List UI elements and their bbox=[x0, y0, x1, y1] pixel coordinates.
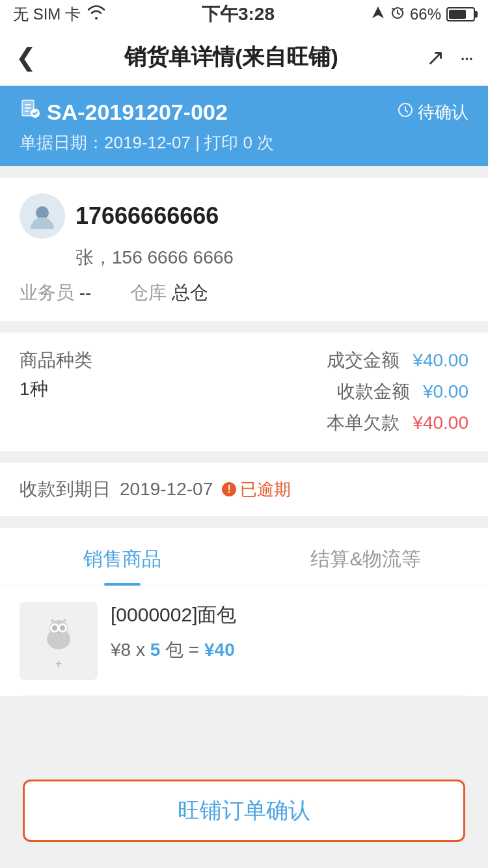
location-icon bbox=[371, 5, 385, 23]
item-type-label: 商品种类 bbox=[20, 348, 92, 373]
clock-icon bbox=[397, 102, 414, 123]
overdue-text: 已逾期 bbox=[240, 478, 291, 501]
tabs-header: 销售商品 结算&物流等 bbox=[0, 528, 488, 586]
summary-right: 成交金额 ¥40.00 收款金额 ¥0.00 本单欠款 ¥40.00 bbox=[327, 348, 468, 435]
product-price: ¥8 x 5 包 = ¥40 bbox=[111, 638, 468, 662]
due-date-label: 收款到期日 bbox=[20, 477, 111, 502]
transaction-label: 成交金额 bbox=[327, 348, 400, 373]
summary-section: 商品种类 1种 成交金额 ¥40.00 收款金额 ¥0.00 本单欠款 ¥40.… bbox=[0, 332, 488, 451]
product-thumbnail: + bbox=[20, 602, 98, 680]
svg-rect-3 bbox=[25, 107, 31, 109]
order-header: SA-20191207-002 待确认 单据日期：2019-12-07 | 打印… bbox=[0, 86, 488, 166]
product-list: + [0000002]面包 ¥8 x 5 包 = ¥40 bbox=[0, 586, 488, 696]
received-value: ¥0.00 bbox=[423, 381, 468, 402]
svg-rect-4 bbox=[25, 111, 29, 112]
item-type-value: 1种 bbox=[20, 377, 92, 401]
share-button[interactable] bbox=[426, 44, 444, 70]
owed-label: 本单欠款 bbox=[327, 411, 400, 435]
order-status: 待确认 bbox=[397, 101, 468, 124]
due-date-value: 2019-12-07 bbox=[120, 479, 213, 500]
warehouse-label: 仓库 总仓 bbox=[130, 280, 208, 305]
logo-plus: + bbox=[55, 657, 62, 671]
confirm-order-button[interactable]: 旺铺订单确认 bbox=[23, 780, 465, 842]
back-button[interactable] bbox=[16, 43, 36, 72]
product-info: [0000002]面包 ¥8 x 5 包 = ¥40 bbox=[111, 602, 468, 662]
page-title: 销货单详情(来自旺铺) bbox=[124, 42, 338, 72]
received-label: 收款金额 bbox=[337, 379, 410, 404]
customer-section: 17666666666 张，156 6666 6666 业务员 -- 仓库 总仓 bbox=[0, 178, 488, 321]
product-name: [0000002]面包 bbox=[111, 602, 468, 629]
nav-actions bbox=[426, 44, 472, 70]
carrier-text: 无 SIM 卡 bbox=[13, 4, 81, 25]
nav-bar: 销货单详情(来自旺铺) bbox=[0, 29, 488, 86]
doc-icon bbox=[20, 99, 40, 125]
svg-rect-2 bbox=[25, 104, 31, 105]
salesperson-label: 业务员 -- bbox=[20, 280, 91, 305]
wifi-icon bbox=[87, 5, 105, 23]
table-row: + [0000002]面包 ¥8 x 5 包 = ¥40 bbox=[20, 586, 468, 696]
quantity: 5 bbox=[150, 640, 161, 660]
summary-left: 商品种类 1种 bbox=[20, 348, 92, 401]
confirm-button-wrap: 旺铺订单确认 bbox=[23, 780, 465, 842]
owed-row: 本单欠款 ¥40.00 bbox=[327, 411, 468, 435]
tab-settlement[interactable]: 结算&物流等 bbox=[244, 528, 488, 586]
due-section: 收款到期日 2019-12-07 ! 已逾期 bbox=[0, 463, 488, 516]
battery-percent: 66% bbox=[410, 5, 441, 23]
tabs-section: 销售商品 结算&物流等 bbox=[0, 528, 488, 696]
tab-sales-products[interactable]: 销售商品 bbox=[0, 528, 244, 586]
price-per-unit: ¥8 bbox=[111, 640, 131, 660]
svg-point-12 bbox=[52, 625, 57, 631]
battery-icon bbox=[446, 7, 475, 21]
svg-point-13 bbox=[60, 625, 65, 631]
order-id: SA-20191207-002 bbox=[20, 99, 228, 125]
product-total: ¥40 bbox=[204, 640, 235, 660]
customer-phone: 17666666666 bbox=[75, 202, 219, 230]
overdue-badge: ! 已逾期 bbox=[222, 478, 291, 501]
customer-meta: 业务员 -- 仓库 总仓 bbox=[20, 280, 468, 305]
transaction-value: ¥40.00 bbox=[413, 350, 468, 371]
status-bar: 无 SIM 卡 下午3:28 66% bbox=[0, 0, 488, 29]
status-bar-time: 下午3:28 bbox=[202, 2, 275, 27]
received-row: 收款金额 ¥0.00 bbox=[337, 379, 468, 404]
avatar bbox=[20, 193, 65, 239]
alarm-icon bbox=[390, 5, 405, 23]
order-meta: 单据日期：2019-12-07 | 打印 0 次 bbox=[20, 131, 468, 154]
status-bar-left: 无 SIM 卡 bbox=[13, 4, 105, 25]
overdue-icon: ! bbox=[222, 482, 236, 496]
customer-name: 张，156 6666 6666 bbox=[20, 245, 468, 270]
owed-value: ¥40.00 bbox=[413, 413, 468, 433]
transaction-row: 成交金额 ¥40.00 bbox=[327, 348, 468, 373]
more-button[interactable] bbox=[460, 45, 472, 69]
status-bar-right: 66% bbox=[371, 5, 475, 23]
